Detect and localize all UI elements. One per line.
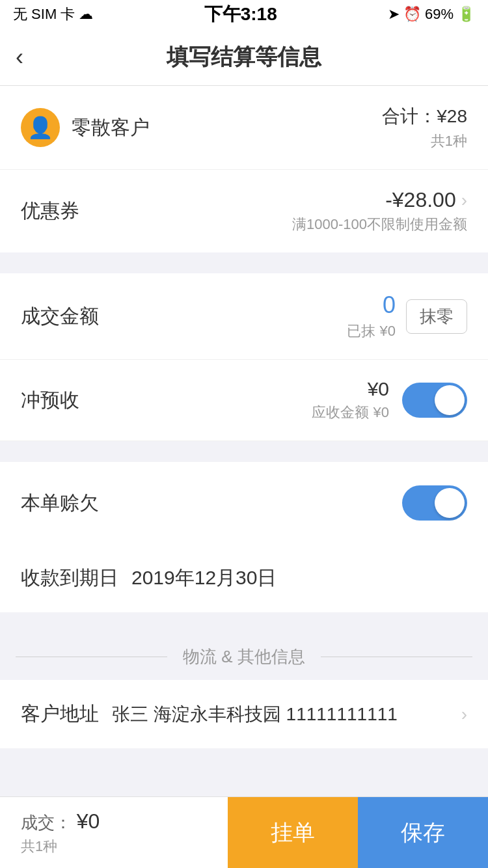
customer-count: 共1种 (382, 131, 467, 151)
footer-info: 成交： ¥0 共1种 (0, 809, 228, 856)
nav-bar: ‹ 填写结算等信息 (0, 29, 488, 86)
sim-status: 无 SIM 卡 ☁ (13, 5, 93, 24)
footer: 成交： ¥0 共1种 挂单 保存 (0, 796, 488, 868)
hang-button[interactable]: 挂单 (228, 797, 358, 869)
footer-deal-amount: ¥0 (77, 809, 100, 833)
address-section: 客户地址 张三 海淀永丰科技园 11111111111 › (0, 680, 488, 748)
prepaid-toggle[interactable] (402, 383, 467, 418)
divider-2 (0, 452, 488, 462)
credit-toggle-knob (435, 488, 465, 518)
prepaid-amount-col: ¥0 应收金额 ¥0 (312, 378, 389, 422)
credit-row: 本单赊欠 (0, 462, 488, 544)
prepaid-row: 冲预收 ¥0 应收金额 ¥0 (0, 360, 488, 441)
deal-section: 成交金额 已抹 ¥0 抹零 冲预收 ¥0 应收金额 ¥0 (0, 273, 488, 441)
customer-right: 合计：¥28 共1种 (382, 104, 467, 151)
customer-left: 👤 零散客户 (21, 108, 150, 147)
prepaid-label: 冲预收 (21, 387, 79, 414)
status-left: 无 SIM 卡 ☁ (13, 5, 93, 24)
footer-count: 共1种 (21, 837, 207, 856)
address-arrow-icon: › (461, 704, 467, 725)
status-right: ➤ ⏰ 69% 🔋 (388, 6, 475, 23)
deal-amount-col: 已抹 ¥0 (318, 292, 396, 341)
coupon-row[interactable]: 优惠券 -¥28.00 › 满1000-100不限制使用金额 (0, 169, 488, 252)
footer-deal-row: 成交： ¥0 (21, 809, 207, 834)
status-bar: 无 SIM 卡 ☁ 下午3:18 ➤ ⏰ 69% 🔋 (0, 0, 488, 29)
prepaid-amount: ¥0 (312, 378, 389, 400)
person-icon: 👤 (27, 115, 53, 140)
address-left: 客户地址 张三 海淀永丰科技园 11111111111 (21, 701, 398, 727)
alarm-icon: ⏰ (403, 6, 421, 23)
toggle-knob (435, 385, 465, 415)
avatar: 👤 (21, 108, 60, 147)
coupon-discount: -¥28.00 (385, 188, 456, 212)
status-time: 下午3:18 (204, 2, 277, 27)
prepaid-sub: 应收金额 ¥0 (312, 403, 389, 422)
address-label: 客户地址 (21, 701, 99, 727)
due-date-row: 收款到期日 2019年12月30日 (0, 544, 488, 612)
deal-sub: 已抹 ¥0 (347, 321, 396, 341)
coupon-arrow-icon: › (461, 190, 467, 211)
customer-name: 零散客户 (72, 115, 150, 141)
deal-right: 已抹 ¥0 抹零 (318, 292, 467, 341)
deal-amount-row: 成交金额 已抹 ¥0 抹零 (0, 273, 488, 360)
logistics-line-left (16, 657, 167, 657)
page-title: 填写结算等信息 (167, 42, 321, 72)
prepaid-right: ¥0 应收金额 ¥0 (312, 378, 467, 422)
battery-icon: 🔋 (457, 6, 475, 23)
customer-total: 合计：¥28 (382, 104, 467, 129)
logistics-header: 物流 & 其他信息 (0, 633, 488, 680)
back-button[interactable]: ‹ (16, 44, 23, 71)
deal-amount-input[interactable] (318, 292, 396, 319)
credit-toggle[interactable] (402, 485, 467, 521)
save-button[interactable]: 保存 (358, 797, 488, 869)
logistics-line-right (321, 657, 472, 657)
due-date-value: 2019年12月30日 (131, 565, 277, 591)
address-row[interactable]: 客户地址 张三 海淀永丰科技园 11111111111 › (0, 680, 488, 748)
address-value: 张三 海淀永丰科技园 11111111111 (112, 702, 398, 727)
credit-section: 本单赊欠 收款到期日 2019年12月30日 (0, 462, 488, 612)
location-icon: ➤ (388, 6, 400, 23)
coupon-description: 满1000-100不限制使用金额 (292, 215, 467, 234)
logistics-label: 物流 & 其他信息 (183, 645, 305, 668)
battery-status: 69% (425, 6, 454, 23)
credit-label: 本单赊欠 (21, 490, 99, 517)
footer-deal-label: 成交： (21, 813, 72, 832)
due-date-label: 收款到期日 (21, 565, 118, 591)
customer-section: 👤 零散客户 合计：¥28 共1种 优惠券 -¥28.00 › 满1000-10… (0, 86, 488, 252)
divider-3 (0, 623, 488, 633)
divider-1 (0, 263, 488, 273)
round-zero-button[interactable]: 抹零 (406, 299, 467, 334)
coupon-label: 优惠券 (21, 198, 79, 224)
customer-row: 👤 零散客户 合计：¥28 共1种 (0, 86, 488, 169)
deal-label: 成交金额 (21, 303, 99, 330)
